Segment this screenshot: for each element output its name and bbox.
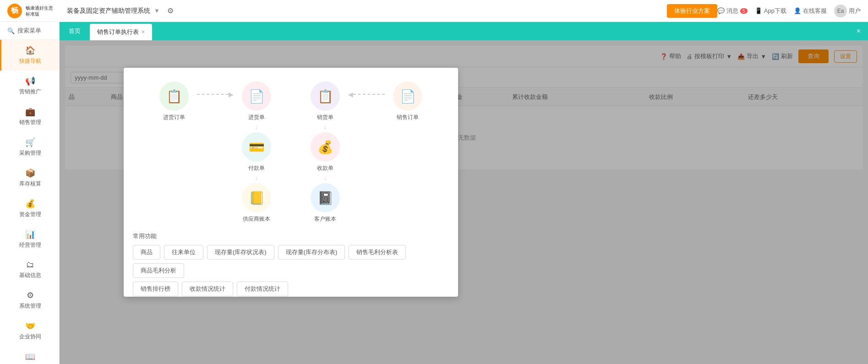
- supplier-ledger-icon: 📒: [249, 190, 265, 206]
- func-btn-payment-stats[interactable]: 付款情况统计: [237, 282, 288, 296]
- logo-area: 畅 畅康通好生意 标准版: [7, 4, 67, 18]
- trial-button[interactable]: 体验行业方案: [667, 4, 717, 18]
- main-layout: 🔍 搜索菜单 🏠 快捷导航 📢 营销推广 💼 销售管理 🛒 采购管理 📦: [0, 22, 868, 364]
- search-icon: 🔍: [7, 27, 15, 34]
- customer-ledger-label: 客户账本: [314, 215, 336, 223]
- func-btn-sales-rank[interactable]: 销售排行榜: [133, 282, 178, 296]
- func-btn-product[interactable]: 商品: [133, 245, 160, 260]
- modal-overlay: 📋 进货订单 ▶: [60, 40, 868, 364]
- sidebar-item-label-1: 营销推广: [19, 88, 41, 96]
- sidebar-item-basic-info[interactable]: 🗂 基础信息: [0, 255, 59, 285]
- operations-icon: 📊: [25, 229, 35, 239]
- app-download-item[interactable]: 📱 App下载: [755, 7, 786, 15]
- func-btn-partner[interactable]: 往来单位: [164, 245, 203, 260]
- message-label: 消息: [726, 7, 738, 15]
- tab-sales-execution[interactable]: 销售订单执行表 ×: [90, 24, 152, 40]
- settings-icon[interactable]: ⚙: [167, 6, 174, 15]
- down-arrow-payment: ↓: [234, 121, 279, 132]
- sales-order-circle: 📄: [393, 81, 422, 111]
- workflow-area: 📋 进货订单 ▶: [124, 68, 458, 232]
- purchase-order-label: 进货订单: [163, 114, 185, 121]
- sidebar-item-purchase[interactable]: 🛒 采购管理: [0, 132, 59, 163]
- system-icon: ⚙: [27, 290, 34, 300]
- sales-bill-label: 销货单: [317, 114, 333, 121]
- supplier-ledger-node[interactable]: 📒 供应商账本: [234, 183, 279, 223]
- sidebar-item-marketing[interactable]: 📢 营销推广: [0, 71, 59, 101]
- sidebar-item-guide[interactable]: 📖 新手引导: [0, 346, 59, 364]
- supplier-ledger-circle: 📒: [242, 183, 271, 212]
- sidebar-item-sales[interactable]: 💼 销售管理: [0, 101, 59, 132]
- sidebar-item-operations[interactable]: 📊 经营管理: [0, 224, 59, 255]
- tab-close-main[interactable]: ×: [849, 22, 868, 40]
- payment-icon: 💳: [249, 140, 265, 155]
- arrow-2: ◀: [348, 91, 385, 98]
- func-btn-receipt-stats[interactable]: 收款情况统计: [182, 282, 233, 296]
- user-avatar: Ea: [834, 5, 847, 17]
- sidebar-item-label-2: 销售管理: [19, 119, 41, 126]
- sidebar-item-label-8: 系统管理: [19, 302, 41, 310]
- app-wrapper: 畅 畅康通好生意 标准版 装备及固定资产辅助管理系统 ▼ ⚙ 体验行业方案 💬 …: [0, 0, 868, 364]
- workflow-row-2: 💳 付款单 💰 收款单: [142, 132, 440, 172]
- receipt-node[interactable]: 💰 收款单: [302, 132, 348, 172]
- service-icon: 👤: [794, 7, 801, 14]
- system-title-text: 装备及固定资产辅助管理系统: [67, 7, 150, 15]
- func-btn-stock-dist[interactable]: 现存量(库存分布表): [278, 245, 345, 260]
- payment-node[interactable]: 💳 付款单: [234, 132, 279, 172]
- spacer-arrow2: [348, 121, 385, 132]
- tab-home[interactable]: 首页: [60, 22, 90, 40]
- func-btn-sales-margin[interactable]: 销售毛利分析表: [349, 245, 406, 260]
- online-service-item[interactable]: 👤 在线客服: [794, 7, 827, 15]
- common-functions: 常用功能 商品 往来单位 现存量(库存状况表) 现存量(库存分布表) 销售毛利分…: [124, 232, 458, 297]
- message-badge: 5: [740, 8, 748, 14]
- sidebar-item-finance[interactable]: 💰 资金管理: [0, 193, 59, 224]
- basic-info-icon: 🗂: [26, 260, 34, 270]
- sales-order-label: 销售订单: [397, 114, 419, 121]
- spacer-arrow1: [197, 121, 234, 132]
- search-menu[interactable]: 🔍 搜索菜单: [0, 22, 59, 40]
- sidebar: 🔍 搜索菜单 🏠 快捷导航 📢 营销推广 💼 销售管理 🛒 采购管理 📦: [0, 22, 60, 364]
- dropdown-icon[interactable]: ▼: [154, 7, 160, 14]
- download-icon: 📱: [755, 7, 762, 14]
- sales-icon: 💼: [25, 107, 35, 117]
- sales-bill-icon: 📋: [317, 89, 333, 104]
- purchase-bill-icon: 📄: [249, 89, 265, 104]
- sidebar-item-quick-nav[interactable]: 🏠 快捷导航: [0, 40, 59, 71]
- purchase-bill-node[interactable]: 📄 进货单: [234, 81, 279, 121]
- user-item[interactable]: Ea 用户: [834, 5, 861, 17]
- sales-order-node[interactable]: 📄 销售订单: [385, 81, 431, 121]
- receipt-label: 收款单: [317, 164, 333, 172]
- message-item[interactable]: 💬 消息 5: [717, 7, 748, 15]
- guide-icon: 📖: [25, 352, 35, 362]
- func-buttons-row-1: 商品 往来单位 现存量(库存状况表) 现存量(库存分布表) 销售毛利分析表 商品…: [133, 245, 449, 278]
- sidebar-item-label-4: 库存核算: [19, 180, 41, 188]
- sales-bill-node[interactable]: 📋 销货单: [302, 81, 348, 121]
- user-name: 用户: [849, 7, 861, 15]
- sidebar-item-label-0: 快捷导航: [19, 57, 41, 65]
- func-btn-product-margin[interactable]: 商品毛利分析: [133, 263, 184, 278]
- sidebar-item-inventory[interactable]: 📦 库存核算: [0, 163, 59, 193]
- func-btn-stock-status[interactable]: 现存量(库存状况表): [207, 245, 274, 260]
- purchase-icon: 🛒: [25, 137, 35, 147]
- tab-close-icon[interactable]: ×: [142, 29, 145, 35]
- receipt-circle: 💰: [311, 132, 340, 162]
- down-arrow-supplier: ↓: [234, 172, 279, 183]
- tab-sales-label: 销售订单执行表: [97, 28, 139, 36]
- customer-ledger-icon: 📓: [317, 190, 333, 206]
- page-content: ❓ 帮助 🖨 按模板打印 ▼ 📤 导出 ▼: [60, 40, 868, 364]
- customer-ledger-circle: 📓: [311, 183, 340, 212]
- sidebar-item-system[interactable]: ⚙ 系统管理: [0, 285, 59, 315]
- search-menu-label: 搜索菜单: [17, 27, 41, 35]
- spacer3-right: [348, 172, 431, 183]
- tab-home-label: 首页: [69, 27, 81, 35]
- logo-text: 畅康通好生意 标准版: [26, 5, 53, 17]
- quick-nav-modal: 📋 进货订单 ▶: [124, 68, 458, 297]
- customer-ledger-node[interactable]: 📓 客户账本: [302, 183, 348, 223]
- workflow-row-1: 📋 进货订单 ▶: [142, 81, 440, 121]
- purchase-order-icon: 📋: [166, 89, 182, 104]
- purchase-order-node[interactable]: 📋 进货订单: [151, 81, 197, 121]
- spacer-mid: [279, 121, 302, 132]
- sidebar-item-enterprise[interactable]: 🤝 企业协同: [0, 315, 59, 346]
- avatar-text: Ea: [837, 8, 844, 14]
- inventory-icon: 📦: [25, 168, 35, 178]
- spacer-col1: [151, 121, 197, 132]
